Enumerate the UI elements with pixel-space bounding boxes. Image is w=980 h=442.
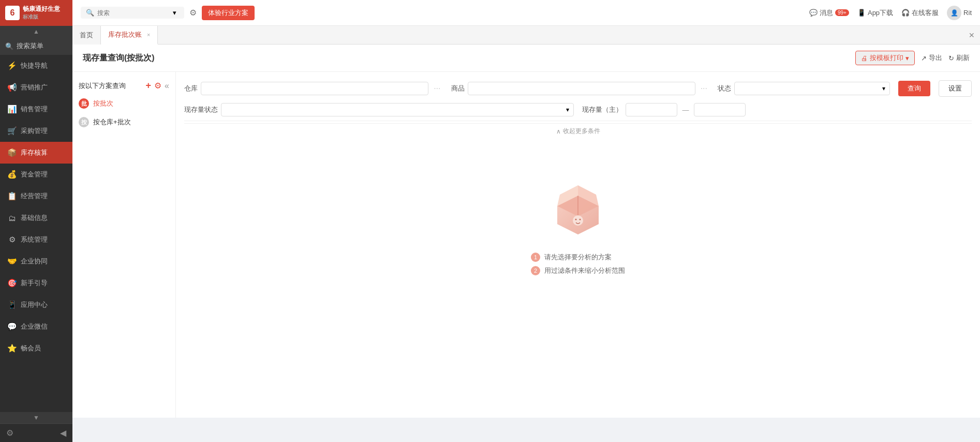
refresh-button[interactable]: ↻ 刷新 — [948, 53, 970, 63]
sidebar-item-wechat[interactable]: 💬 企业微信 — [0, 316, 72, 337]
export-icon: ↗ — [921, 54, 927, 62]
warehouse-input[interactable] — [201, 82, 428, 95]
purchase-icon: 🛒 — [7, 126, 17, 136]
appstore-icon: 📱 — [7, 300, 17, 310]
collapse-more-conditions[interactable]: ∧ 收起更多条件 — [184, 123, 972, 139]
tabs-close-all-btn[interactable]: ✕ — [969, 31, 975, 39]
sidebar-item-appstore[interactable]: 📱 应用中心 — [0, 294, 72, 316]
sidebar-scroll-down[interactable]: ▼ — [0, 412, 72, 423]
panel-collapse-btn[interactable]: « — [165, 81, 169, 91]
topbar-right: 💬 消息 99+ 📱 App下载 🎧 在线客服 👤 Rit — [809, 6, 972, 20]
svg-point-7 — [580, 219, 581, 220]
refresh-icon: ↻ — [948, 54, 954, 62]
stock-qty-filter-group: 现存量（主） — — [582, 103, 972, 116]
empty-hint-2: 2 用过滤条件来缩小分析范围 — [531, 266, 625, 275]
online-service-btn[interactable]: 🎧 在线客服 — [901, 8, 939, 18]
collapse-icon: ∧ — [556, 128, 561, 135]
stock-status-select[interactable]: ▾ — [221, 103, 574, 116]
tab-home[interactable]: 首页 — [72, 26, 101, 45]
svg-point-6 — [575, 219, 577, 220]
content-body: 按以下方案查询 + ⚙ « 批 按批次 按 按仓库+批次 — [72, 72, 980, 418]
scheme-item-warehouse-batch[interactable]: 按 按仓库+批次 — [72, 113, 175, 131]
warehouse-more-btn[interactable]: ··· — [432, 83, 442, 94]
empty-state-text: 1 请先选择要分析的方案 2 用过滤条件来缩小分析范围 — [531, 253, 625, 275]
scheme-item-batch[interactable]: 批 按批次 — [72, 94, 175, 113]
filter-divider — [184, 121, 972, 121]
left-panel: 按以下方案查询 + ⚙ « 批 按批次 按 按仓库+批次 — [72, 72, 176, 418]
user-profile-btn[interactable]: 👤 Rit — [947, 6, 972, 20]
status-select[interactable]: ▾ — [734, 82, 890, 95]
print-dropdown-icon[interactable]: ▾ — [905, 54, 909, 62]
filter-row-1: 仓库 ··· 商品 ··· 状态 ▾ — [184, 80, 972, 97]
sidebar-nav: ⚡ 快捷导航 📢 营销推广 📊 销售管理 🛒 采购管理 📦 库存核算 💰 资金管… — [0, 55, 72, 412]
page-actions: 🖨 按模板打印 ▾ ↗ 导出 ↻ 刷新 — [855, 51, 970, 65]
enterprise-icon: 🤝 — [7, 257, 17, 266]
sidebar-item-marketing[interactable]: 📢 营销推广 — [0, 77, 72, 98]
filter-row-2: 现存量状态 ▾ 现存量（主） — — [184, 103, 972, 116]
sidebar-settings-btn[interactable]: ⚙ — [6, 428, 13, 438]
query-button[interactable]: 查询 — [898, 81, 930, 96]
message-icon: 💬 — [809, 9, 818, 17]
topbar-search-icon: 🔍 — [86, 9, 94, 17]
export-button[interactable]: ↗ 导出 — [921, 53, 942, 63]
sidebar-scroll-up[interactable]: ▲ — [0, 26, 72, 37]
stock-qty-min-input[interactable] — [626, 103, 677, 116]
topbar-search-input[interactable] — [97, 9, 170, 17]
trial-button[interactable]: 体验行业方案 — [202, 6, 255, 20]
product-more-btn[interactable]: ··· — [699, 83, 709, 94]
sidebar-search[interactable]: 🔍 搜索菜单 — [0, 37, 72, 55]
sidebar-item-purchase[interactable]: 🛒 采购管理 — [0, 120, 72, 142]
topbar-search-box[interactable]: 🔍 ▾ — [81, 7, 184, 19]
inventory-icon: 📦 — [7, 148, 17, 157]
sidebar-item-inventory[interactable]: 📦 库存核算 — [0, 142, 72, 164]
status-filter-group: 状态 ▾ — [718, 82, 890, 95]
quick-nav-icon: ⚡ — [7, 61, 17, 70]
avatar-placeholder: 👤 — [951, 9, 958, 17]
messages-btn[interactable]: 💬 消息 99+ — [809, 8, 849, 18]
stock-qty-label: 现存量（主） — [582, 105, 622, 114]
app-title: 畅康通好生意 标准版 — [23, 5, 60, 21]
wechat-icon: 💬 — [7, 322, 17, 331]
tab-inventory-batch[interactable]: 库存批次账 × — [101, 26, 158, 45]
empty-state-icon — [547, 180, 609, 242]
stock-qty-max-input[interactable] — [694, 103, 746, 116]
sidebar-item-enterprise[interactable]: 🤝 企业协同 — [0, 251, 72, 272]
column-settings-button[interactable]: 设置 — [939, 80, 972, 97]
product-input[interactable] — [468, 82, 695, 95]
sidebar-item-quick-nav[interactable]: ⚡ 快捷导航 — [0, 55, 72, 77]
stock-status-filter-group: 现存量状态 ▾ — [184, 103, 574, 116]
sidebar-item-newbie[interactable]: 🎯 新手引导 — [0, 272, 72, 294]
svg-point-5 — [573, 215, 583, 226]
sales-icon: 📊 — [7, 105, 17, 114]
topbar-gear-icon[interactable]: ⚙ — [189, 8, 197, 18]
warehouse-label: 仓库 — [184, 84, 198, 93]
right-panel: 仓库 ··· 商品 ··· 状态 ▾ — [176, 72, 980, 418]
topbar-search-dropdown-icon[interactable]: ▾ — [173, 9, 176, 17]
add-scheme-btn[interactable]: + — [146, 80, 152, 91]
step-1-badge: 1 — [531, 253, 540, 262]
app-download-btn[interactable]: 📱 App下载 — [857, 8, 893, 18]
page-header: 现存量查询(按批次) 🖨 按模板打印 ▾ ↗ 导出 ↻ 刷新 — [72, 45, 980, 72]
sidebar-item-member[interactable]: ⭐ 畅会员 — [0, 337, 72, 359]
tabs-bar: 首页 库存批次账 × ✕ — [72, 26, 980, 45]
newbie-icon: 🎯 — [7, 278, 17, 288]
content-area: 现存量查询(按批次) 🖨 按模板打印 ▾ ↗ 导出 ↻ 刷新 — [72, 45, 980, 442]
product-filter-group: 商品 ··· — [451, 82, 710, 95]
sidebar-header: 6 畅康通好生意 标准版 — [0, 0, 72, 26]
search-icon: 🔍 — [5, 42, 13, 50]
topbar: 🔍 ▾ ⚙ 体验行业方案 💬 消息 99+ 📱 App下载 🎧 在线客服 — [72, 0, 980, 26]
sidebar-item-system[interactable]: ⚙ 系统管理 — [0, 229, 72, 251]
sidebar-item-sales[interactable]: 📊 销售管理 — [0, 98, 72, 120]
sidebar-collapse-btn[interactable]: ◀ — [60, 428, 66, 438]
stock-status-dropdown-icon: ▾ — [566, 106, 569, 113]
print-button[interactable]: 🖨 按模板打印 ▾ — [855, 51, 915, 65]
main-area: 🔍 ▾ ⚙ 体验行业方案 💬 消息 99+ 📱 App下载 🎧 在线客服 — [72, 0, 980, 442]
sidebar-item-finance[interactable]: 💰 资金管理 — [0, 164, 72, 185]
tab-close-btn[interactable]: × — [147, 32, 150, 38]
sidebar-item-basic[interactable]: 🗂 基础信息 — [0, 207, 72, 229]
scheme-settings-btn[interactable]: ⚙ — [154, 81, 161, 91]
warehouse-batch-scheme-icon: 按 — [79, 117, 89, 127]
marketing-icon: 📢 — [7, 83, 17, 92]
step-2-badge: 2 — [531, 266, 540, 275]
sidebar-item-operations[interactable]: 📋 经营管理 — [0, 185, 72, 207]
